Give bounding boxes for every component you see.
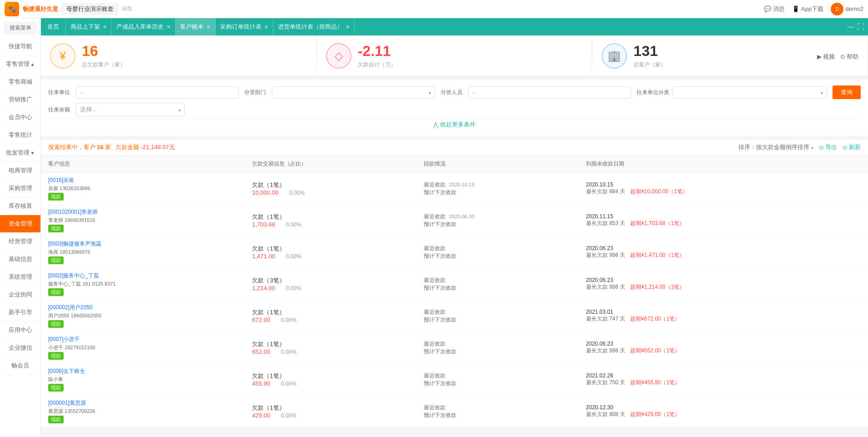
customer-phone: 陈小希 <box>48 376 237 383</box>
stat-debt-amount: ◇ -2.11 欠款合计（万） <box>317 35 592 76</box>
sidebar-item-marketing[interactable]: 营销推广 <box>0 91 40 109</box>
next-payment: 预计下次收款 <box>424 252 572 260</box>
debt-count: 欠款（1笔） <box>252 245 409 253</box>
tab-close-inbound-stats[interactable]: ✕ <box>346 24 350 30</box>
tab-close-product-history[interactable]: ✕ <box>166 24 171 30</box>
overdue-amount-link[interactable]: 超期¥1,214.00（3笔） <box>630 284 685 290</box>
sidebar-item-operations[interactable]: 经营管理 <box>0 233 40 251</box>
filter-unit-category: 往来单位分类 <box>637 86 827 99</box>
recovery-cell: 最近收款 预计下次收款 <box>416 332 579 364</box>
store-name[interactable]: 母婴行业演示账套 <box>62 3 118 15</box>
customer-name[interactable]: [0002]服务中心_丁磊 <box>48 272 237 280</box>
tab-close-products-shelf[interactable]: ✕ <box>103 24 107 30</box>
export-btn[interactable]: ⊙ 导出 <box>819 143 837 151</box>
tab-purchase-stats[interactable]: 采购订单统计表 ✕ <box>216 18 273 35</box>
last-payment: 最近收款 <box>424 404 572 412</box>
main-content: ¥ 16 总欠款客户（家） ◇ -2.11 欠款合计（万） <box>41 35 868 437</box>
tab-customer-account[interactable]: 客户账本 ✕ <box>176 18 216 35</box>
tab-close-purchase-stats[interactable]: ✕ <box>264 24 268 30</box>
export-icon: ⊙ <box>819 144 824 151</box>
debt-count: 欠款（1笔） <box>252 213 409 221</box>
sidebar-item-app-center[interactable]: 应用中心 <box>0 321 40 339</box>
due-date: 2020.10.15 <box>586 181 861 188</box>
customer-name[interactable]: [0016]吴俊 <box>48 176 237 184</box>
customer-name[interactable]: [0001020001]李老师 <box>48 208 237 216</box>
sidebar-item-member[interactable]: 会员中心 <box>0 109 40 126</box>
sidebar-item-retail-mall[interactable]: 零售商城 <box>0 73 40 91</box>
minimize-btn[interactable]: — <box>847 23 854 31</box>
customer-name[interactable]: [0003]畅捷服务尹海蕊 <box>48 240 237 248</box>
tab-inbound-stats[interactable]: 进货单统计表（按商品） ✕ <box>273 18 355 35</box>
overdue-days-amount: 最长欠款 884 天 超期¥10,000.00（1笔） <box>586 188 861 196</box>
user-menu[interactable]: D demo2 <box>831 3 863 15</box>
tab-products-shelf[interactable]: 商品上下架 ✕ <box>66 18 112 35</box>
sidebar-item-purchase[interactable]: 采购管理 <box>0 180 40 197</box>
header-right: 💬 消息 📱 App下载 D demo2 <box>764 3 863 15</box>
due-date: 2021.02.26 <box>586 372 861 379</box>
dept-select[interactable] <box>272 86 435 99</box>
customer-tag: 现款 <box>48 288 64 296</box>
overdue-date-cell: 2020.12.30 最长欠款 808 天 超期¥429.00（1笔） <box>579 396 868 427</box>
tab-close-customer-account[interactable]: ✕ <box>206 24 211 30</box>
overdue-amount-link[interactable]: 超期¥672.00（1笔） <box>630 316 680 322</box>
customer-name[interactable]: [000002]用户2050 <box>48 304 237 311</box>
sidebar-item-retail-stats[interactable]: 零售统计 <box>0 126 40 144</box>
search-menu-btn[interactable]: 搜索菜单 <box>4 22 37 34</box>
video-icon: ▶ <box>817 53 822 60</box>
debt-customers-icon: ¥ <box>50 43 75 69</box>
sidebar-item-quick-nav[interactable]: 快捷导航 <box>0 38 40 55</box>
sidebar-item-enterprise-wechat[interactable]: 企业微信 <box>0 339 40 357</box>
collapse-filters-btn[interactable]: ⋀ 收起更多条件 <box>48 118 861 131</box>
filter-source-unit: 往来单位 ··· <box>48 86 239 99</box>
next-payment: 预计下次收款 <box>424 221 572 228</box>
sidebar-item-system[interactable]: 系统管理 <box>0 268 40 286</box>
sidebar-item-finance[interactable]: 资金管理 <box>0 215 40 233</box>
customer-phone: 服务中心_丁磊 181 0125 8371 <box>48 281 237 287</box>
message-btn[interactable]: 💬 消息 <box>764 5 785 13</box>
balance-select[interactable]: 选择... <box>76 103 185 116</box>
overdue-amount-link[interactable]: 超期¥429.00（1笔） <box>630 411 680 417</box>
sidebar-item-inventory[interactable]: 库存核算 <box>0 197 40 215</box>
last-payment: 最近收款 <box>424 372 572 380</box>
customer-tag: 现款 <box>48 193 64 201</box>
sidebar-item-basic-info[interactable]: 基础信息 <box>0 251 40 268</box>
customer-name[interactable]: [0007]小进千 <box>48 336 237 343</box>
overdue-amount-link[interactable]: 超期¥455.90（1笔） <box>630 379 680 386</box>
col-customer-info: 客户信息 <box>41 156 245 173</box>
refresh-btn[interactable]: ⊙ 刷新 <box>843 143 861 151</box>
last-payment: 最近收款 <box>424 276 572 284</box>
fullscreen-btn[interactable]: ⛶ <box>857 23 864 31</box>
search-button[interactable]: 查询 <box>833 85 861 99</box>
tab-product-history[interactable]: 产成品入库单历史 ✕ <box>112 18 176 35</box>
source-unit-input[interactable]: ··· <box>76 86 239 99</box>
overdue-amount-link[interactable]: 超期¥1,471.00（1笔） <box>630 252 685 258</box>
sidebar-item-retail-mgmt[interactable]: 零售管理 ▲ <box>0 55 40 73</box>
app-download-btn[interactable]: 📱 App下载 <box>792 5 823 13</box>
sidebar-item-vip[interactable]: 畅会员 <box>0 357 40 375</box>
person-input[interactable]: ··· <box>468 86 631 99</box>
customer-name[interactable]: [000001]黄思源 <box>48 399 237 407</box>
sidebar-item-new-guide[interactable]: 新手引导 <box>0 304 40 321</box>
overdue-date-cell: 2021.03.01 最长欠款 747 天 超期¥672.00（1笔） <box>579 300 868 332</box>
customer-name[interactable]: [0006]去下粮仓 <box>48 367 237 375</box>
video-help-btn[interactable]: ▶ 视频 <box>817 53 835 61</box>
overdue-amount-link[interactable]: 超期¥1,703.68（1笔） <box>630 220 685 226</box>
unit-category-label: 往来单位分类 <box>637 89 669 96</box>
sidebar-item-ecommerce[interactable]: 电商管理 <box>0 162 40 180</box>
customer-tag: 现款 <box>48 384 64 392</box>
total-customers-icon: 🏢 <box>602 43 627 69</box>
sidebar-item-enterprise-coop[interactable]: 企业协同 <box>0 286 40 304</box>
debt-amount-summary: -21,148.07元 <box>141 144 175 151</box>
customer-info-cell: [0007]小进千 小进千 18279152100 现款 <box>41 332 245 364</box>
sort-btn[interactable]: 排序：按欠款金额倒序排序 <box>738 143 813 151</box>
overdue-amount-link[interactable]: 超期¥652.00（1笔） <box>630 347 680 354</box>
overdue-amount-link[interactable]: 超期¥10,000.00（1笔） <box>630 188 688 195</box>
sidebar-item-batch-mgmt[interactable]: 批发管理 ▼ <box>0 144 40 162</box>
help-btn[interactable]: ⊙ 帮助 <box>840 53 858 61</box>
overdue-days-amount: 最长欠款 750 天 超期¥455.90（1笔） <box>586 379 861 387</box>
tab-home[interactable]: 首页 <box>41 18 66 35</box>
debt-amount: 1,703.68 0.00% <box>252 221 409 228</box>
customer-phone: 用户2050 18665062050 <box>48 312 237 319</box>
customer-tag: 现款 <box>48 320 64 328</box>
unit-category-select[interactable] <box>672 86 827 99</box>
